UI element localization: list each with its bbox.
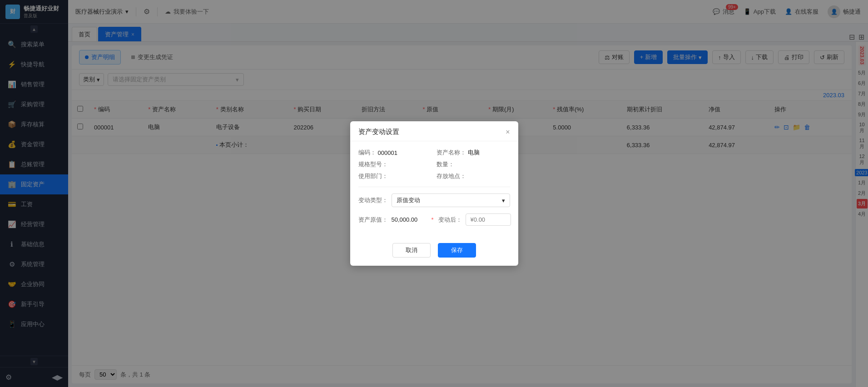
dialog-location-field: 存放地点： (436, 172, 510, 180)
change-type-chevron: ▾ (502, 197, 505, 204)
dialog-title: 资产变动设置 (358, 128, 399, 136)
dialog-quantity-field: 数量： (436, 160, 510, 169)
required-star: * (432, 216, 434, 223)
dialog-divider (358, 187, 510, 187)
cancel-btn[interactable]: 取消 (392, 243, 431, 258)
asset-change-dialog: 资产变动设置 × 编码： 000001 资产名称： 电脑 规格型号： 数量： (350, 121, 518, 266)
dialog-asset-value: 资产原值： 50,000.00 * 变动后： (358, 213, 510, 226)
dialog-dept-field: 使用部门： (358, 172, 432, 180)
dialog-change-type: 变动类型： 原值变动 ▾ (358, 194, 510, 207)
dialog-header: 资产变动设置 × (350, 121, 518, 141)
dialog-spec-field: 规格型号： (358, 160, 432, 169)
dialog-body: 编码： 000001 资产名称： 电脑 规格型号： 数量： 使用部门： (350, 141, 518, 239)
dialog-close-btn[interactable]: × (506, 128, 510, 136)
change-type-select[interactable]: 原值变动 ▾ (392, 194, 510, 207)
dialog-actions: 取消 保存 (350, 239, 518, 266)
dialog-code-field: 编码： 000001 (358, 149, 432, 157)
dialog-asset-name-field: 资产名称： 电脑 (436, 149, 510, 157)
save-btn[interactable]: 保存 (438, 243, 476, 258)
dialog-info-grid: 编码： 000001 资产名称： 电脑 规格型号： 数量： 使用部门： (358, 149, 510, 180)
dialog-overlay: 资产变动设置 × 编码： 000001 资产名称： 电脑 规格型号： 数量： (0, 0, 868, 387)
after-change-input[interactable] (466, 213, 511, 226)
